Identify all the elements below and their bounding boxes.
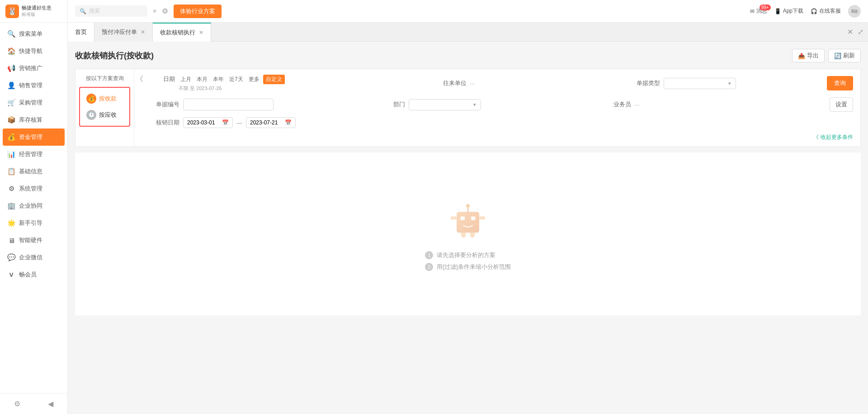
page-content: 收款核销执行(按收款) 📤 导出 🔄 刷新 按以下方案查询 💰 [68, 42, 868, 414]
sidebar-item-wechat[interactable]: 💬 企业微信 [0, 249, 67, 266]
sidebar-item-label: 采购管理 [19, 99, 42, 107]
main-area: 🔍 搜索 ▾ ⚙ 体验行业方案 ✉ 消息 99+ 📱 App下载 🎧 在线客服 [68, 0, 868, 414]
partner-field: 往来单位 ··· [439, 79, 626, 87]
doc-number-field: 单据编号 [152, 99, 371, 110]
sidebar-item-label: 新手引导 [19, 219, 42, 227]
calendar-icon: 📅 [222, 119, 229, 126]
empty-tip-1: 1 请先选择要分析的方案 [425, 251, 510, 259]
doc-type-field: 单据类型 ▾ [633, 78, 820, 89]
close-all-tabs-icon[interactable]: ✕ [847, 28, 853, 36]
page-title: 收款核销执行(按收款) [75, 50, 154, 61]
receipt-filter-icon: 💰 [86, 94, 96, 104]
date-custom[interactable]: 自定义 [263, 75, 285, 84]
date-field: 日期 上月 本月 本年 近7天 更多 自定义 不限 至 2023-07-26 [152, 75, 432, 92]
query-btn[interactable]: 查询 [827, 76, 853, 90]
filter-row-2: 单据编号 部门 ▾ 业务员 ··· [152, 97, 853, 112]
industry-plan-btn[interactable]: 体验行业方案 [174, 5, 222, 18]
verify-date-end-input[interactable]: 2023-07-21 📅 [246, 117, 296, 128]
user-name-display: Rit [851, 9, 857, 14]
topbar-right: ✉ 消息 99+ 📱 App下载 🎧 在线客服 Rit [750, 5, 861, 18]
tip-text-2: 用[过滤]条件来缩小分析范围 [437, 263, 510, 271]
expand-tabs-icon[interactable]: ⤢ [858, 28, 863, 36]
settings-btn[interactable]: 设置 [830, 97, 853, 112]
verify-date-field: 核销日期 2023-03-01 📅 — 2023-07-21 📅 [152, 117, 853, 128]
sidebar: 🐰 畅捷通好生意 标准版 🔍 搜索菜单 🏠 快捷导航 📢 营销推广 👤 销售管理… [0, 0, 68, 414]
topbar: 🔍 搜索 ▾ ⚙ 体验行业方案 ✉ 消息 99+ 📱 App下载 🎧 在线客服 [68, 0, 868, 23]
empty-state: 1 请先选择要分析的方案 2 用[过滤]条件来缩小分析范围 [75, 152, 861, 315]
sales-icon: 👤 [7, 81, 15, 90]
sidebar-settings-btn[interactable]: ⚙ [10, 398, 24, 410]
tip-num-1: 1 [425, 251, 433, 259]
dropdown-arrow-icon[interactable]: ▾ [153, 7, 156, 15]
refresh-btn[interactable]: 🔄 刷新 [828, 49, 861, 62]
tabs-bar: 首页 预付冲应付单 ✕ 收款核销执行 ✕ ✕ ⤢ [68, 23, 868, 42]
message-badge: 99+ [760, 5, 771, 10]
sidebar-item-quick-nav[interactable]: 🏠 快捷导航 [0, 43, 67, 60]
logo-icon: 🐰 [5, 5, 19, 18]
doc-number-input[interactable] [183, 99, 274, 110]
finance-icon: 💰 [7, 133, 15, 141]
verify-date-end-value: 2023-07-21 [250, 119, 278, 126]
date-last-month[interactable]: 上月 [179, 75, 193, 84]
tab-receipt-close-icon[interactable]: ✕ [199, 29, 203, 36]
verify-date-start-value: 2023-03-01 [187, 119, 215, 126]
sidebar-item-operation[interactable]: 📊 经营管理 [0, 146, 67, 163]
tab-receipt-offset[interactable]: 收款核销执行 ✕ [153, 23, 211, 42]
filter-collapse-arrow[interactable]: 《 [134, 69, 145, 147]
expand-conditions-btn[interactable]: 《 收起更多条件 [152, 133, 853, 141]
verify-date-start-input[interactable]: 2023-03-01 📅 [183, 117, 233, 128]
topbar-left: 🔍 搜索 ▾ ⚙ 体验行业方案 [75, 5, 222, 18]
sidebar-item-basic-info[interactable]: 📋 基础信息 [0, 163, 67, 180]
online-service-btn[interactable]: 🎧 在线客服 [811, 7, 841, 15]
sidebar-item-search-menu[interactable]: 🔍 搜索菜单 [0, 25, 67, 43]
sidebar-item-beginner[interactable]: 🌟 新手引导 [0, 214, 67, 232]
verify-date-label: 核销日期 [152, 119, 179, 127]
calendar-end-icon: 📅 [285, 119, 292, 126]
sidebar-item-label: 资金管理 [19, 133, 42, 141]
online-service-label: 在线客服 [819, 7, 841, 15]
sidebar-item-member[interactable]: V 畅会员 [0, 266, 67, 283]
date-more[interactable]: 更多 [247, 75, 261, 84]
smart-hw-icon: 🖥 [7, 236, 15, 244]
date-this-year[interactable]: 本年 [211, 75, 226, 84]
filter-by-receivable[interactable]: 🕐 按应收 [83, 107, 127, 123]
page-header: 收款核销执行(按收款) 📤 导出 🔄 刷新 [75, 49, 861, 62]
tab-home[interactable]: 首页 [68, 23, 94, 42]
tab-prepay-offset[interactable]: 预付冲应付单 ✕ [94, 23, 153, 42]
sidebar-item-purchase[interactable]: 🛒 采购管理 [0, 94, 67, 111]
sidebar-item-sales[interactable]: 👤 销售管理 [0, 77, 67, 94]
message-btn[interactable]: ✉ 消息 99+ [750, 7, 767, 15]
sidebar-item-system[interactable]: ⚙ 系统管理 [0, 180, 67, 197]
system-icon: ⚙ [7, 185, 15, 193]
department-select[interactable]: ▾ [409, 99, 481, 110]
sidebar-item-label: 企业微信 [19, 253, 42, 262]
doc-type-label: 单据类型 [633, 79, 660, 87]
app-download-btn[interactable]: 📱 App下载 [774, 7, 803, 15]
doc-type-select[interactable]: ▾ [664, 78, 736, 89]
sidebar-collapse-btn[interactable]: ◀ [44, 398, 57, 410]
svg-rect-8 [470, 232, 475, 238]
sidebar-item-finance[interactable]: 💰 资金管理 [3, 128, 65, 146]
sidebar-item-label: 销售管理 [19, 81, 42, 90]
enterprise-icon: 🏢 [7, 202, 15, 210]
page-header-actions: 📤 导出 🔄 刷新 [792, 49, 861, 62]
svg-rect-1 [460, 216, 465, 220]
sidebar-item-smart-hw[interactable]: 🖥 智能硬件 [0, 232, 67, 249]
topbar-search-box[interactable]: 🔍 搜索 [75, 5, 147, 17]
tab-prepay-close-icon[interactable]: ✕ [141, 29, 145, 35]
date-this-month[interactable]: 本月 [195, 75, 209, 84]
settings-gear-icon[interactable]: ⚙ [162, 7, 168, 15]
sidebar-item-marketing[interactable]: 📢 营销推广 [0, 60, 67, 77]
date-7days[interactable]: 近7天 [227, 75, 245, 84]
sidebar-item-inventory[interactable]: 📦 库存核算 [0, 111, 67, 128]
message-icon: ✉ [750, 8, 755, 14]
user-profile-btn[interactable]: Rit [848, 5, 861, 18]
export-btn[interactable]: 📤 导出 [792, 49, 825, 62]
operation-icon: 📊 [7, 150, 15, 158]
sidebar-item-label: 系统管理 [19, 185, 42, 193]
filter-by-receipt[interactable]: 💰 按收款 [83, 90, 127, 107]
filter-sidebar-title: 按以下方案查询 [79, 75, 130, 82]
sidebar-item-enterprise[interactable]: 🏢 企业协同 [0, 197, 67, 214]
headset-icon: 🎧 [811, 8, 817, 14]
sidebar-item-label: 企业协同 [19, 202, 42, 210]
